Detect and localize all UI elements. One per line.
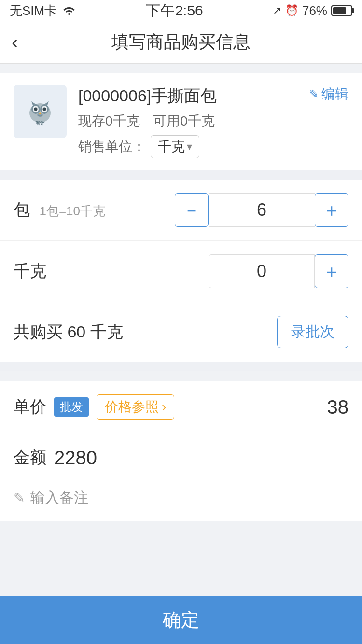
bag-quantity-input[interactable]	[209, 193, 315, 227]
wifi-icon	[62, 3, 76, 18]
kg-controls: ＋	[209, 254, 348, 288]
confirm-button[interactable]: 确定	[0, 596, 362, 644]
quantity-bag-section: 包 1包=10千克 － ＋ 千克 ＋	[0, 180, 362, 302]
product-unit: 销售单位： 千克 ▾	[78, 135, 348, 158]
remark-placeholder: 输入备注	[30, 488, 88, 508]
divider-1	[0, 170, 362, 180]
location-icon: ↗	[273, 4, 281, 17]
amount-row: 金额 2280	[14, 447, 348, 469]
svg-text:智计: 智计	[35, 121, 45, 126]
bag-minus-button[interactable]: －	[175, 193, 209, 227]
edit-button[interactable]: ✎ 编辑	[309, 85, 348, 103]
price-left: 单价 批发 价格参照 ›	[14, 394, 174, 420]
summary-row: 共购买 60 千克 录批次	[0, 302, 362, 362]
product-info: [0000006]手撕面包 现存0千克 可用0千克 销售单位： 千克 ▾	[78, 85, 348, 158]
page-title: 填写商品购买信息	[111, 30, 251, 54]
remark-row[interactable]: ✎ 输入备注	[14, 478, 348, 521]
bag-plus-button[interactable]: ＋	[315, 193, 348, 227]
bag-label: 包 1包=10千克	[14, 199, 175, 221]
product-name: [0000006]手撕面包	[78, 85, 348, 107]
price-row: 单价 批发 价格参照 › 38	[14, 394, 348, 420]
kg-quantity-input[interactable]	[209, 254, 315, 288]
price-section: 单价 批发 价格参照 › 38	[0, 381, 362, 433]
status-time: 下午2:56	[146, 1, 203, 21]
summary-text: 共购买 60 千克	[14, 321, 123, 343]
battery-icon	[331, 5, 352, 16]
svg-point-5	[34, 108, 38, 111]
carrier-text: 无SIM卡	[10, 2, 57, 19]
amount-value: 2280	[54, 447, 97, 469]
price-label: 单价	[14, 396, 46, 418]
price-ref-button[interactable]: 价格参照 ›	[97, 394, 174, 420]
bag-controls: － ＋	[175, 193, 348, 227]
svg-point-6	[43, 108, 46, 111]
nav-bar: ‹ 填写商品购买信息	[0, 21, 362, 64]
alarm-icon: ⏰	[285, 4, 298, 17]
status-left: 无SIM卡	[10, 2, 76, 19]
pencil-icon: ✎	[14, 490, 25, 506]
price-batch-tag: 批发	[54, 397, 89, 417]
bag-sublabel: 1包=10千克	[39, 204, 105, 218]
batch-button[interactable]: 录批次	[277, 316, 348, 348]
divider-2	[0, 362, 362, 371]
bag-input-row: 包 1包=10千克 － ＋	[0, 180, 362, 241]
battery-percent: 76%	[302, 3, 327, 18]
price-value: 38	[327, 396, 349, 418]
back-button[interactable]: ‹	[12, 31, 18, 53]
amount-label: 金额	[14, 447, 46, 469]
kg-label: 千克	[14, 260, 209, 282]
status-right: ↗ ⏰ 76%	[273, 3, 352, 18]
product-thumbnail: 智计	[14, 85, 67, 138]
unit-select[interactable]: 千克 ▾	[151, 135, 199, 158]
product-card: 智计 [0000006]手撕面包 现存0千克 可用0千克 销售单位： 千克 ▾ …	[0, 73, 362, 170]
product-stock: 现存0千克 可用0千克	[78, 112, 348, 130]
kg-input-row: 千克 ＋	[0, 241, 362, 302]
amount-section: 金额 2280 ✎ 输入备注	[0, 433, 362, 521]
status-bar: 无SIM卡 下午2:56 ↗ ⏰ 76%	[0, 0, 362, 21]
kg-plus-button[interactable]: ＋	[315, 254, 348, 288]
